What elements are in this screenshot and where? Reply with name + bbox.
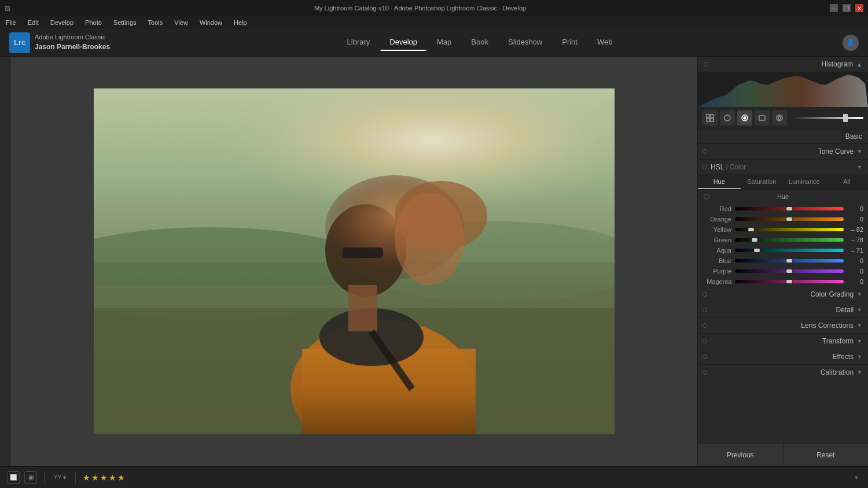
svg-rect-18	[711, 114, 713, 117]
magenta-slider-track[interactable]	[735, 280, 844, 283]
hue-circle-icon	[704, 194, 709, 199]
transform-toggle: ▼	[857, 338, 862, 344]
tone-curve-section[interactable]: Tone Curve ▼	[698, 144, 868, 160]
bottom-toolbar: ⬜ ▣ YY ▾ ★ ★ ★ ★ ★ ▾	[0, 466, 868, 488]
aqua-value: – 71	[847, 247, 863, 254]
sort-icon[interactable]: YY ▾	[52, 471, 68, 484]
tab-slideshow[interactable]: Slideshow	[499, 34, 551, 51]
effects-section[interactable]: Effects ▼	[698, 349, 868, 365]
red-slider-thumb[interactable]	[786, 207, 792, 210]
tab-print[interactable]: Print	[553, 34, 587, 51]
star-4[interactable]: ★	[109, 473, 116, 482]
menu-window[interactable]: Window	[197, 18, 225, 27]
aqua-slider-thumb[interactable]	[754, 249, 760, 252]
purple-slider-track[interactable]	[735, 269, 844, 273]
tone-curve-title: Tone Curve	[709, 147, 854, 156]
magenta-value: 0	[847, 278, 863, 285]
lens-corrections-toggle: ▼	[857, 323, 862, 328]
red-value: 0	[847, 205, 863, 212]
detail-dot	[703, 308, 707, 312]
yellow-slider-thumb[interactable]	[748, 228, 754, 231]
menu-file[interactable]: File	[3, 18, 19, 27]
blue-label: Blue	[704, 257, 731, 264]
red-slider-track[interactable]	[735, 207, 844, 210]
close-button[interactable]: ✕	[855, 4, 863, 12]
purple-slider-thumb[interactable]	[786, 269, 792, 273]
restore-button[interactable]: ❐	[843, 4, 851, 12]
ring-tool-icon[interactable]	[772, 110, 787, 125]
nav-tabs: Library Develop Map Book Slideshow Print…	[124, 34, 836, 51]
menu-develop[interactable]: Develop	[48, 18, 76, 27]
aqua-slider-track[interactable]	[735, 249, 844, 252]
grid-tool-icon[interactable]	[703, 110, 718, 125]
hsl-tab-luminance[interactable]: Luminance	[783, 175, 826, 189]
minimize-button[interactable]: —	[830, 4, 838, 12]
tab-web[interactable]: Web	[588, 34, 622, 51]
histogram-collapse-icon[interactable]: ▲	[856, 61, 862, 68]
menu-view[interactable]: View	[172, 18, 190, 27]
color-label: Color	[730, 163, 746, 171]
menu-photo[interactable]: Photo	[83, 18, 104, 27]
calibration-dot	[703, 370, 707, 375]
tab-develop[interactable]: Develop	[380, 34, 426, 51]
hsl-tab-saturation[interactable]: Saturation	[741, 175, 784, 189]
logo-area: Lrc Adobe Lightroom Classic Jason Parnel…	[9, 32, 110, 53]
detail-section[interactable]: Detail ▼	[698, 302, 868, 318]
histogram-canvas	[698, 72, 868, 107]
app-header: Lrc Adobe Lightroom Classic Jason Parnel…	[0, 29, 868, 57]
green-slider-track[interactable]	[735, 238, 844, 242]
exposure-mini-thumb[interactable]	[843, 114, 848, 122]
tab-book[interactable]: Book	[462, 34, 498, 51]
svg-point-25	[777, 115, 782, 121]
calibration-section[interactable]: Calibration ▼	[698, 365, 868, 380]
rect-tool-icon[interactable]	[755, 110, 770, 125]
target-tool-icon[interactable]	[737, 110, 752, 125]
color-grading-section[interactable]: Color Grading ▼	[698, 287, 868, 302]
hsl-section-header[interactable]: HSL / Color ▼	[698, 160, 868, 175]
tab-map[interactable]: Map	[428, 34, 461, 51]
view-compare-icon[interactable]: ▣	[24, 471, 37, 484]
filmstrip-toggle-button[interactable]: ▾	[852, 473, 861, 482]
view-single-icon[interactable]: ⬜	[7, 471, 20, 484]
color-grading-toggle: ▼	[857, 291, 862, 297]
hsl-slash: /	[726, 163, 727, 171]
hue-label-row: Hue	[698, 190, 868, 204]
star-5[interactable]: ★	[117, 473, 125, 482]
star-2[interactable]: ★	[91, 473, 99, 482]
tab-library[interactable]: Library	[338, 34, 380, 51]
blue-slider-track[interactable]	[735, 259, 844, 263]
menu-edit[interactable]: Edit	[25, 18, 41, 27]
orange-slider-thumb[interactable]	[786, 217, 792, 221]
panel-footer: Previous Reset	[698, 443, 868, 466]
color-grading-title: Color Grading	[709, 290, 854, 298]
toolbar-divider-1	[44, 472, 45, 483]
star-1[interactable]: ★	[83, 473, 90, 482]
hsl-tab-all[interactable]: All	[826, 175, 869, 189]
green-slider-thumb[interactable]	[752, 238, 757, 242]
orange-slider-track[interactable]	[735, 217, 844, 221]
histogram-header[interactable]: Histogram ▲	[698, 57, 868, 72]
svg-point-23	[744, 117, 746, 119]
lens-corrections-section[interactable]: Lens Corrections ▼	[698, 318, 868, 334]
green-label: Green	[704, 236, 731, 243]
hsl-dot	[703, 165, 707, 169]
magenta-slider-thumb[interactable]	[786, 280, 792, 283]
menu-settings[interactable]: Settings	[111, 18, 139, 27]
previous-button[interactable]: Previous	[698, 443, 783, 466]
svg-point-26	[778, 117, 781, 120]
menu-help[interactable]: Help	[231, 18, 249, 27]
transform-section[interactable]: Transform ▼	[698, 334, 868, 349]
yellow-slider-track[interactable]	[735, 228, 844, 231]
avatar[interactable]: 👤	[843, 35, 859, 51]
menu-tools[interactable]: Tools	[146, 18, 165, 27]
blue-slider-thumb[interactable]	[786, 259, 792, 263]
aqua-label: Aqua	[704, 247, 731, 254]
lrc-badge: Lrc	[9, 32, 30, 53]
hsl-tab-hue[interactable]: Hue	[698, 175, 741, 189]
reset-button[interactable]: Reset	[783, 443, 869, 466]
star-3[interactable]: ★	[100, 473, 108, 482]
exposure-mini-slider[interactable]	[792, 117, 863, 119]
star-rating[interactable]: ★ ★ ★ ★ ★	[83, 473, 125, 482]
left-sidebar	[0, 57, 10, 466]
circle-tool-icon[interactable]	[720, 110, 735, 125]
